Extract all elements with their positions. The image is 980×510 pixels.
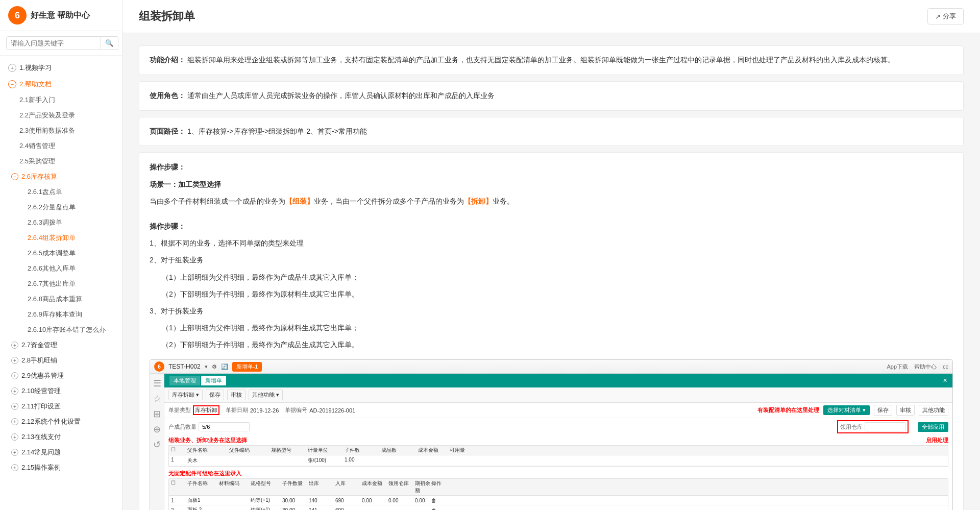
step3-2: （2）下部明细为子件明细，最终作为产成品生成其它入库单。	[150, 338, 953, 351]
mock-bill-value: AD-20191226-001	[309, 407, 355, 414]
sidebar-item-payment[interactable]: + 2.13在线支付	[0, 429, 122, 445]
search-input[interactable]	[6, 36, 101, 50]
intro-label: 功能介绍：	[150, 56, 185, 64]
mock-type-field: 单据类型 库存拆卸	[168, 405, 219, 415]
main-content-area: 组装拆卸单 ↗ 分享 功能介绍： 组装拆卸单用来处理企业组装或拆卸等加工业务，支…	[122, 0, 980, 510]
mock-logo: 6	[154, 361, 164, 372]
mock-help: 帮助中心	[914, 363, 937, 371]
mock-count-field: 产成品数量	[168, 422, 250, 431]
mock-audit-btn2[interactable]: 审核	[896, 405, 915, 416]
search-bar: 🔍	[0, 31, 122, 56]
expand-icon-payment: +	[11, 433, 18, 441]
nav-tree: + 1.视频学习 − 2.帮助文档 2.1新手入门 2.2产品安装及登录 2.3…	[0, 56, 122, 510]
mock-select-btn[interactable]: 选择对材清单 ▾	[823, 405, 870, 415]
screenshot-container: 6 TEST-H002 ▾ ⚙ 🔄 新增单-1 App下载 帮助中心 cc	[150, 359, 953, 510]
mock-date-field: 单据日期 2019-12-26	[226, 406, 279, 414]
sidebar-item-other-out[interactable]: 2.6.7其他出库单	[8, 276, 122, 292]
mock-upper-row-1: 1 关木 张/(100) 1.00	[169, 455, 948, 466]
mock-tab-new[interactable]: 新增单	[201, 376, 226, 385]
mock-nav-icon-add[interactable]: ⊕	[153, 424, 161, 435]
sidebar-item-system[interactable]: + 2.12系统个性化设置	[0, 414, 122, 429]
mock-bill-field: 单据编号 AD-20191226-001	[285, 406, 355, 414]
expand-icon-cases: +	[11, 464, 18, 471]
share-icon: ↗	[935, 13, 941, 20]
expand-icon-print: +	[11, 403, 18, 410]
sidebar-item-new[interactable]: 2.1新手入门	[0, 92, 122, 108]
mock-nav-icon-star[interactable]: ☆	[153, 393, 161, 404]
mock-other-btn[interactable]: 其他功能 ▾	[249, 390, 283, 400]
expand-icon-coupon: +	[11, 372, 18, 379]
scene-desc: 当由多个子件材料组装成一个成品的业务为【组装】业务，当由一个父件拆分成多个子产品…	[150, 195, 953, 208]
search-button[interactable]: 🔍	[101, 36, 118, 50]
step2: 2、对于组装业务	[150, 254, 953, 266]
mock-section-divider: 本地管理 新增单 ✕	[164, 374, 952, 387]
path-label: 页面路径：	[150, 127, 185, 135]
mock-save-btn[interactable]: 保存	[206, 390, 224, 400]
mock-type-value: 库存拆卸	[193, 405, 219, 415]
step3: 3、对于拆装业务	[150, 305, 953, 318]
mock-nav-icon-refresh[interactable]: ↺	[153, 439, 161, 450]
sidebar-item-stock-query[interactable]: 2.6.9库存账本查询	[8, 307, 122, 322]
docs-children: 2.1新手入门 2.2产品安装及登录 2.3使用前数据准备 2.4销售管理 2.…	[0, 92, 122, 475]
sidebar-item-cost[interactable]: 2.6.5成本调整单	[8, 246, 122, 261]
mock-confirm-btn[interactable]: 保存	[874, 405, 892, 416]
sidebar-item-video[interactable]: + 1.视频学习	[0, 60, 122, 76]
sidebar-item-finance[interactable]: + 2.7资金管理	[0, 337, 122, 353]
mock-new-tab-btn[interactable]: 新增单-1	[232, 362, 262, 372]
mock-nav-icon-menu[interactable]: ☰	[153, 378, 161, 389]
sidebar-item-mobile[interactable]: + 2.8手机旺铺	[0, 353, 122, 368]
sidebar-item-cases[interactable]: + 2.15操作案例	[0, 460, 122, 475]
mock-type-label: 单据类型	[168, 406, 191, 414]
path-text: 1、库存核算->库存管理->组装拆卸单 2、首页->常用功能	[187, 127, 367, 135]
sidebar-item-warehouse[interactable]: − 2.6库存核算	[0, 169, 122, 184]
scene-title: 场景一：加工类型选择	[150, 178, 953, 191]
mock-other-fn-btn[interactable]: 其他功能	[919, 405, 948, 416]
mock-sub-table: ☐ 子件名称 材料编码 规格型号 子件数量 出库 入库 成本金额 领用仓库	[168, 478, 948, 510]
sidebar-item-transfer[interactable]: 2.6.3调拨单	[8, 215, 122, 230]
role-card: 使用角色： 通常由生产人员或库管人员完成拆装业务的操作，库管人员确认原材料的出库…	[139, 81, 964, 111]
sidebar: 6 好生意 帮助中心 🔍 + 1.视频学习 − 2.帮助文档 2.1新手入门 2…	[0, 0, 122, 510]
sidebar-item-inventory[interactable]: 2.6.1盘点单	[8, 184, 122, 200]
mock-type-btn[interactable]: 库存拆卸 ▾	[168, 390, 203, 400]
steps-title: 操作步骤：	[150, 220, 953, 233]
mock-nav-icon-grid[interactable]: ⊞	[153, 408, 161, 420]
sidebar-item-print[interactable]: + 2.11打印设置	[0, 399, 122, 414]
mock-date-label: 单据日期	[226, 406, 248, 414]
mock-warehouse-input[interactable]	[865, 422, 905, 431]
mock-count-label: 产成品数量	[168, 423, 197, 431]
sidebar-item-assembly[interactable]: 2.6.4组装拆卸单	[8, 230, 122, 246]
mock-bill-label: 单据编号	[285, 406, 307, 414]
mock-warehouse-field: 领用仓库	[837, 420, 909, 433]
sidebar-item-split[interactable]: 2.6.2分量盘点单	[8, 200, 122, 215]
mock-toolbar: 库存拆卸 ▾ 保存 审核 其他功能 ▾	[164, 387, 952, 403]
ops-card: 操作步骤： 场景一：加工类型选择 当由多个子件材料组装成一个成品的业务为【组装】…	[139, 152, 964, 510]
mock-tab-local[interactable]: 本地管理	[169, 376, 200, 385]
sidebar-header: 6 好生意 帮助中心	[0, 0, 122, 31]
sidebar-item-install[interactable]: 2.2产品安装及登录	[0, 108, 122, 123]
role-text: 通常由生产人员或库管人员完成拆装业务的操作，库管人员确认原材料的出库和产成品的入…	[187, 91, 495, 100]
search-icon: 🔍	[105, 39, 114, 47]
step1: 1、根据不同的业务，选择不同单据的类型来处理	[150, 237, 953, 250]
sidebar-item-coupon[interactable]: + 2.9优惠券管理	[0, 368, 122, 383]
mock-audit-btn[interactable]: 审核	[227, 390, 246, 400]
sidebar-item-data[interactable]: 2.3使用前数据准备	[0, 123, 122, 138]
mock-apply-btn[interactable]: 全部应用	[918, 422, 948, 432]
share-button[interactable]: ↗ 分享	[927, 8, 964, 25]
sidebar-item-sales[interactable]: 2.4销售管理	[0, 138, 122, 154]
role-label: 使用角色：	[150, 91, 185, 100]
sidebar-item-cost-calc[interactable]: 2.6.8商品成本重算	[8, 292, 122, 307]
mock-main-area: ☰ ☆ ⊞ ⊕ ↺ 本地管理 新增单	[150, 374, 952, 510]
mock-sub-header: ☐ 子件名称 材料编码 规格型号 子件数量 出库 入库 成本金额 领用仓库	[169, 479, 948, 496]
sidebar-item-other-in[interactable]: 2.6.6其他入库单	[8, 261, 122, 276]
screenshot-inner: 6 TEST-H002 ▾ ⚙ 🔄 新增单-1 App下载 帮助中心 cc	[150, 360, 952, 510]
app-title: 好生意 帮助中心	[31, 10, 90, 21]
mock-count-input[interactable]	[199, 422, 250, 431]
sidebar-item-docs[interactable]: − 2.帮助文档	[0, 76, 122, 92]
mock-close-icon[interactable]: ✕	[943, 377, 947, 384]
content-area: 功能介绍： 组装拆卸单用来处理企业组装或拆卸等加工业务，支持有固定装配清单的产品…	[122, 33, 980, 510]
sidebar-item-ops[interactable]: + 2.10经营管理	[0, 383, 122, 399]
sidebar-item-account-err[interactable]: 2.6.10库存账本错了怎么办	[8, 322, 122, 337]
sidebar-item-faq[interactable]: + 2.14常见问题	[0, 445, 122, 460]
mock-annotation4-area: 无固定配件可组给在这里录入	[164, 469, 952, 478]
sidebar-item-purchase[interactable]: 2.5采购管理	[0, 154, 122, 169]
